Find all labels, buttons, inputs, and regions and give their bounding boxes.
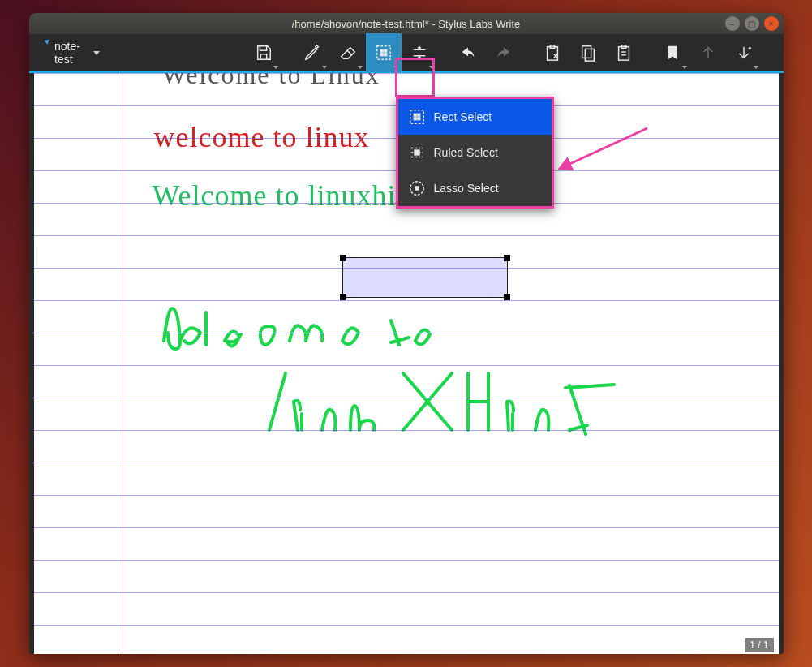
svg-rect-19 [415, 186, 419, 191]
arrow-down-plus-icon [735, 44, 753, 62]
svg-line-20 [566, 128, 647, 166]
rect-select-icon [375, 44, 393, 62]
selection-handle-br[interactable] [504, 294, 510, 300]
cut-button[interactable] [535, 33, 570, 72]
svg-rect-4 [385, 54, 387, 56]
insert-space-button[interactable] [402, 33, 437, 72]
pen-icon [303, 44, 321, 62]
svg-rect-2 [385, 49, 387, 52]
pen-button[interactable] [294, 33, 330, 72]
save-button[interactable] [246, 33, 281, 72]
ruled-line [34, 333, 779, 334]
ruled-line [34, 398, 779, 398]
dropdown-label: Ruled Select [434, 146, 498, 159]
ruled-line [34, 560, 779, 561]
select-tool-button[interactable] [366, 33, 402, 72]
window-controls: – ▢ × [725, 16, 779, 31]
rect-select-icon [408, 108, 426, 126]
close-button[interactable]: × [764, 16, 779, 31]
svg-rect-1 [381, 49, 384, 52]
document-name: note-test [54, 40, 85, 66]
chevron-down-icon [93, 51, 100, 55]
dropdown-item-ruled-select[interactable]: Ruled Select [398, 135, 552, 170]
svg-rect-14 [417, 114, 419, 116]
document-name-button[interactable]: note-test [34, 40, 101, 66]
app-window: /home/shovon/note-test.html* - Stylus La… [29, 13, 784, 654]
ruled-line [34, 268, 779, 269]
ruled-line [34, 625, 779, 626]
clipboard-paste-icon [615, 44, 633, 62]
handwriting-big [148, 292, 667, 471]
annotation-arrow [558, 118, 655, 183]
svg-rect-0 [377, 46, 391, 60]
ruled-line [34, 300, 779, 301]
selection-handle-tl[interactable] [340, 255, 346, 261]
toolbar: note-test [29, 34, 784, 73]
redo-icon [495, 44, 513, 62]
pencil-icon [32, 42, 54, 64]
save-icon [255, 44, 273, 62]
ruled-line [34, 430, 779, 431]
page-prev-button[interactable] [690, 33, 726, 72]
ruled-line [34, 495, 779, 496]
svg-rect-12 [410, 110, 423, 124]
eraser-icon [339, 44, 357, 62]
dropdown-item-lasso-select[interactable]: Lasso Select [398, 170, 552, 206]
selection-handle-bl[interactable] [340, 294, 346, 300]
svg-rect-17 [414, 149, 419, 155]
ruled-line [34, 463, 779, 463]
minimize-button[interactable]: – [725, 16, 740, 31]
svg-rect-13 [414, 114, 416, 116]
lasso-select-icon [408, 179, 426, 197]
svg-rect-3 [381, 54, 384, 56]
handwriting-line-1: Welcome to Linux [162, 73, 380, 90]
ruled-line [34, 592, 779, 593]
bookmark-icon [664, 44, 681, 62]
eraser-button[interactable] [330, 33, 366, 72]
maximize-button[interactable]: ▢ [745, 16, 759, 31]
select-tool-dropdown: Rect Select Ruled Select Lasso Select [396, 97, 554, 209]
dropdown-label: Lasso Select [434, 182, 499, 195]
arrow-up-icon [699, 44, 717, 62]
ruled-line [34, 365, 779, 366]
window-title: /home/shovon/note-test.html* - Stylus La… [292, 18, 521, 30]
ruled-line [34, 73, 779, 74]
titlebar: /home/shovon/note-test.html* - Stylus La… [29, 13, 784, 34]
svg-rect-15 [414, 118, 416, 120]
svg-rect-6 [582, 46, 591, 58]
overflow-menu-button[interactable] [775, 33, 783, 72]
copy-button[interactable] [570, 33, 606, 72]
clipboard-copy-icon [579, 44, 597, 62]
undo-icon [459, 44, 477, 62]
undo-button[interactable] [450, 33, 486, 72]
tool-group [246, 33, 783, 72]
handwriting-line-2: welcome to linux [154, 120, 370, 154]
dropdown-item-rect-select[interactable]: Rect Select [398, 99, 552, 135]
dropdown-label: Rect Select [434, 110, 492, 123]
svg-rect-7 [586, 49, 595, 61]
page-next-button[interactable] [726, 33, 762, 72]
paste-button[interactable] [606, 33, 642, 72]
ruled-line [34, 235, 779, 236]
svg-rect-16 [417, 118, 419, 120]
clipboard-cut-icon [543, 44, 561, 62]
bookmark-button[interactable] [655, 33, 690, 72]
redo-button[interactable] [486, 33, 522, 72]
ruled-line [34, 527, 779, 528]
selection-handle-tr[interactable] [504, 255, 510, 261]
margin-line [122, 73, 122, 654]
insert-space-icon [410, 44, 428, 62]
selection-rectangle[interactable] [342, 257, 508, 298]
ruled-select-icon [408, 144, 426, 161]
page-indicator: 1 / 1 [745, 638, 773, 652]
handwriting-line-3: Welcome to linuxhint [153, 179, 421, 213]
